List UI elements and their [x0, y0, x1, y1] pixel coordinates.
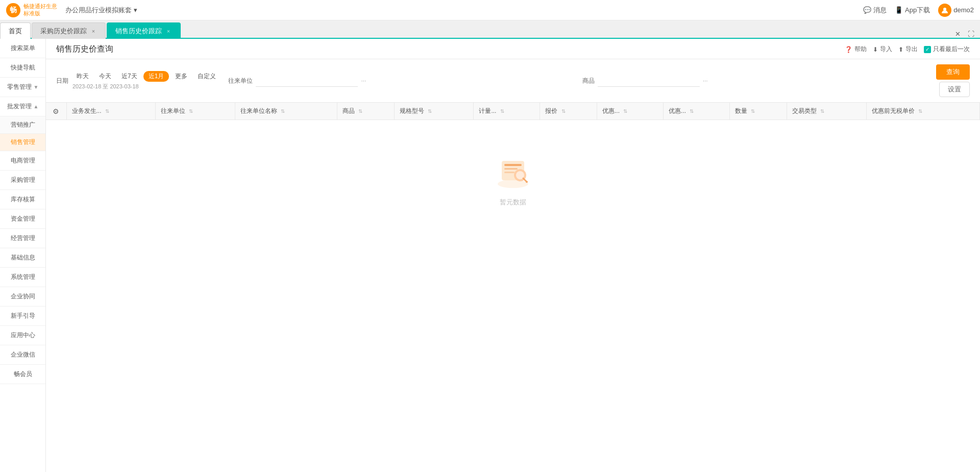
- app-download-btn[interactable]: 📱 App下载: [895, 6, 930, 15]
- th-label: 交易类型: [792, 107, 817, 114]
- sidebar-item-label: 经营管理: [11, 234, 35, 243]
- data-table: ⚙ 业务发生... ⇅ 往来单位 ⇅ 往来单位名称 ⇅: [46, 103, 980, 120]
- sidebar-item-label: 零售管理: [7, 83, 32, 91]
- empty-state: 暂元数据: [46, 120, 980, 238]
- import-btn[interactable]: ⬇ 导入: [873, 45, 892, 54]
- message-label: 消息: [873, 6, 887, 15]
- table-th-discount1[interactable]: 优惠... ⇅: [597, 103, 664, 120]
- product-label: 商品: [582, 77, 595, 85]
- tab-sales-history[interactable]: 销售历史价跟踪 ×: [107, 22, 181, 39]
- fullscreen-icon: ⛶: [968, 30, 974, 38]
- sidebar-item-search-menu[interactable]: 搜索菜单: [0, 39, 45, 58]
- sidebar-item-system[interactable]: 系统管理: [0, 268, 45, 287]
- only-last-checkbox[interactable]: ✓ 只看最后一次: [924, 45, 970, 54]
- date-btn-custom[interactable]: 自定义: [193, 71, 220, 82]
- table-th-discount2[interactable]: 优惠... ⇅: [664, 103, 730, 120]
- counterpart-input[interactable]: [256, 75, 358, 87]
- table-th-pretax-price[interactable]: 优惠前无税单价 ⇅: [866, 103, 980, 120]
- counterpart-filter-group: 往来单位 ···: [228, 75, 574, 87]
- sidebar-item-ecommerce[interactable]: 电商管理: [0, 151, 45, 171]
- tab-home-label: 首页: [9, 27, 22, 36]
- sidebar-item-label: 畅会员: [14, 370, 32, 379]
- sidebar-item-operations[interactable]: 经营管理: [0, 229, 45, 248]
- sidebar-item-finance[interactable]: 资金管理: [0, 209, 45, 229]
- chevron-up-icon: ▲: [34, 104, 39, 109]
- sidebar-item-label: 电商管理: [11, 156, 35, 165]
- table-th-settings[interactable]: ⚙: [46, 103, 66, 120]
- date-btn-last1month[interactable]: 近1月: [143, 71, 169, 82]
- logo-text: 畅捷通好生意 标准版: [23, 3, 57, 16]
- user-name: demo2: [953, 6, 974, 14]
- sidebar-item-label: 采购管理: [11, 176, 35, 184]
- sidebar-item-members[interactable]: 畅会员: [0, 365, 45, 384]
- sidebar-item-label: 新手引导: [11, 312, 35, 320]
- table-th-spec[interactable]: 规格型号 ⇅: [394, 103, 474, 120]
- fullscreen-btn[interactable]: ⛶: [966, 29, 976, 39]
- page-actions: ❓ 帮助 ⬇ 导入 ⬆ 导出 ✓ 只看最后一次: [845, 45, 970, 54]
- sort-icon: ⇅: [428, 108, 432, 114]
- sidebar-item-purchase-mgmt[interactable]: 采购管理: [0, 171, 45, 190]
- th-label: 计量...: [479, 107, 496, 114]
- tab-bar: 首页 采购历史价跟踪 × 销售历史价跟踪 × ✕ ⛶: [0, 20, 980, 39]
- tab-sales-history-close[interactable]: ×: [165, 28, 172, 35]
- tab-purchase-history[interactable]: 采购历史价跟踪 ×: [32, 22, 106, 39]
- tab-purchase-history-close[interactable]: ×: [90, 28, 97, 35]
- settings-button[interactable]: 设置: [939, 82, 970, 97]
- sort-icon: ⇅: [358, 108, 362, 114]
- th-label: 优惠前无税单价: [872, 107, 915, 114]
- help-btn[interactable]: ❓ 帮助: [845, 45, 867, 54]
- th-label: 往来单位名称: [240, 107, 277, 114]
- svg-point-9: [526, 181, 528, 183]
- empty-icon: [493, 151, 533, 192]
- app-selector[interactable]: 办公用品行业模拟账套 ▾: [61, 4, 141, 17]
- sidebar-item-wechat[interactable]: 企业微信: [0, 345, 45, 365]
- sidebar-item-label: 基础信息: [11, 253, 35, 262]
- sidebar-item-apps[interactable]: 应用中心: [0, 326, 45, 345]
- product-input[interactable]: [598, 75, 700, 87]
- counterpart-dots[interactable]: ···: [361, 77, 366, 84]
- sidebar-item-inventory[interactable]: 库存核算: [0, 190, 45, 209]
- tab-home[interactable]: 首页: [0, 22, 31, 39]
- sidebar-item-sales-mgmt[interactable]: 销售管理: [0, 134, 45, 151]
- table-th-unit[interactable]: 计量... ⇅: [474, 103, 540, 120]
- table-th-product[interactable]: 商品 ⇅: [337, 103, 395, 120]
- sidebar-item-wholesale-mgmt[interactable]: 批发管理 ▲: [0, 97, 45, 116]
- date-btn-yesterday[interactable]: 昨天: [72, 71, 93, 82]
- message-icon: 💬: [863, 6, 871, 14]
- th-label: 报价: [545, 107, 557, 114]
- help-icon: ❓: [845, 46, 852, 53]
- filter-row: 日期 昨天 今天 近7天 近1月 更多 自定义 2023-02-18 至 202…: [46, 59, 980, 103]
- table-th-counterpart-code[interactable]: 往来单位 ⇅: [155, 103, 235, 120]
- page-title-row: 销售历史价查询 ❓ 帮助 ⬇ 导入 ⬆ 导出 ✓: [56, 44, 970, 59]
- sidebar-item-label: 搜索菜单: [11, 44, 35, 53]
- chevron-down-icon: ▾: [134, 6, 137, 14]
- product-dots[interactable]: ···: [703, 77, 708, 84]
- close-icon: ✕: [955, 30, 961, 38]
- date-btn-last7days[interactable]: 近7天: [117, 71, 141, 82]
- sidebar-item-guide[interactable]: 新手引导: [0, 306, 45, 326]
- table-th-biz-date[interactable]: 业务发生... ⇅: [66, 103, 155, 120]
- tab-purchase-history-label: 采购历史价跟踪: [40, 27, 87, 36]
- query-button[interactable]: 查询: [936, 64, 970, 80]
- table-th-trade-type[interactable]: 交易类型 ⇅: [787, 103, 866, 120]
- table-th-counterpart-name[interactable]: 往来单位名称 ⇅: [235, 103, 337, 120]
- sort-icon: ⇅: [281, 108, 285, 114]
- user-area[interactable]: demo2: [938, 4, 974, 17]
- sidebar-item-enterprise[interactable]: 企业协同: [0, 287, 45, 306]
- export-btn[interactable]: ⬆ 导出: [898, 45, 918, 54]
- only-last-label: 只看最后一次: [933, 45, 970, 54]
- sidebar-item-label: 企业协同: [11, 292, 35, 301]
- message-btn[interactable]: 💬 消息: [863, 6, 887, 15]
- close-window-btn[interactable]: ✕: [952, 29, 963, 39]
- date-btn-more[interactable]: 更多: [171, 71, 191, 82]
- sidebar-item-marketing[interactable]: 营销推广: [0, 116, 45, 134]
- settings-icon: ⚙: [53, 107, 59, 115]
- sidebar-item-quick-nav[interactable]: 快捷导航: [0, 58, 45, 78]
- export-label: 导出: [905, 45, 918, 54]
- table-th-quote[interactable]: 报价 ⇅: [540, 103, 597, 120]
- th-label: 规格型号: [400, 107, 424, 114]
- sidebar-item-basic-info[interactable]: 基础信息: [0, 248, 45, 268]
- sidebar-item-retail-mgmt[interactable]: 零售管理 ▼: [0, 78, 45, 97]
- date-btn-today[interactable]: 今天: [95, 71, 115, 82]
- table-th-quantity[interactable]: 数量 ⇅: [730, 103, 787, 120]
